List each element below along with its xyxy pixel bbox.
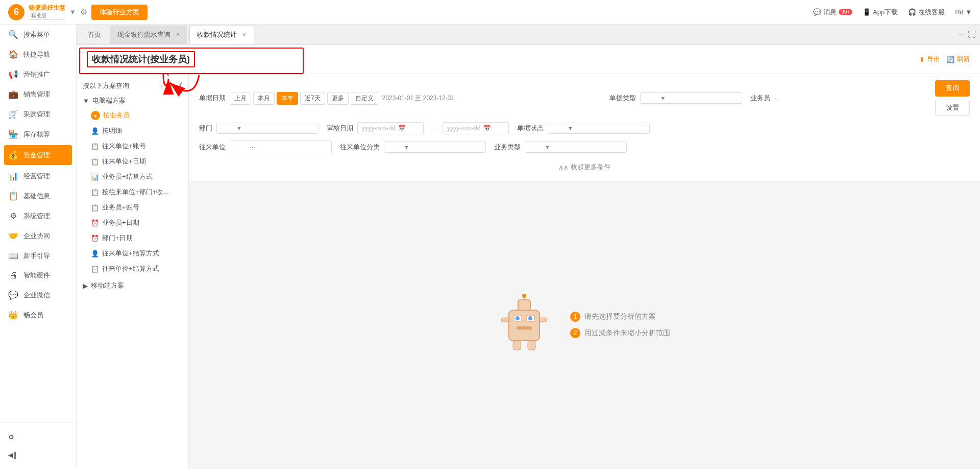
empty-tips: 1 请先选择要分析的方案 2 用过滤条件来缩小分析范围 bbox=[570, 312, 670, 338]
query-btn[interactable]: 查询 bbox=[935, 80, 970, 97]
sidebar-item-marketing[interactable]: 📢 营销推广 bbox=[0, 64, 76, 84]
filter-item-counterparty-category: 往来单位分类 ▼ bbox=[340, 142, 486, 153]
scheme-item-salesperson-account[interactable]: 📋 业务员+账号 bbox=[77, 200, 188, 215]
tab-bank-flow[interactable]: 现金银行流水查询 ✕ bbox=[110, 26, 187, 44]
refresh-btn[interactable]: 🔄 刷新 bbox=[946, 55, 970, 64]
sidebar-settings-btn[interactable]: ⚙ bbox=[0, 428, 76, 446]
sidebar-label-wechat: 企业微信 bbox=[23, 291, 50, 300]
scheme-item-unit-account[interactable]: 📋 往来单位+账号 bbox=[77, 138, 188, 154]
dropdown-arrow-icon[interactable]: ▼ bbox=[69, 8, 76, 16]
scheme-item-salesperson-date[interactable]: ⏰ 业务员+日期 bbox=[77, 215, 188, 230]
app-icon: 📱 bbox=[863, 8, 871, 16]
sidebar-label-quick-nav: 快捷导航 bbox=[23, 50, 50, 59]
sidebar-item-search[interactable]: 🔍 搜索菜单 bbox=[0, 25, 76, 44]
purchase-icon: 🛒 bbox=[8, 109, 18, 119]
collapse-more-btn[interactable]: ∧∧ 收起更多条件 bbox=[199, 159, 970, 175]
sidebar-item-smart-hw[interactable]: 🖨 智能硬件 bbox=[0, 266, 76, 285]
sidebar-label-marketing: 营销推广 bbox=[23, 70, 50, 79]
system-icon: ⚙ bbox=[8, 211, 18, 221]
salesperson-label: 业务员 bbox=[750, 93, 770, 103]
online-service-btn[interactable]: 🎧 在线客服 bbox=[908, 8, 945, 17]
filter-item-counterparty: 往来单位 ··· bbox=[199, 140, 332, 153]
dept-select[interactable]: ▼ bbox=[216, 123, 318, 134]
sidebar-item-wechat[interactable]: 💬 企业微信 bbox=[0, 285, 76, 305]
sidebar-item-enterprise[interactable]: 🤝 企业协同 bbox=[0, 226, 76, 246]
settings-btn[interactable]: 设置 bbox=[935, 100, 970, 116]
top-right: 💬 消息 99+ 📱 App下载 🎧 在线客服 Rit ▼ bbox=[813, 8, 972, 17]
export-btn[interactable]: ⬆ 导出 bbox=[919, 55, 940, 64]
scheme-item-label-1: 按明细 bbox=[102, 126, 122, 135]
tab-minimize-icon[interactable]: ─ bbox=[958, 30, 964, 39]
filter-item-dept: 部门 ▼ bbox=[199, 123, 318, 134]
sidebar-item-member[interactable]: 👑 畅会员 bbox=[0, 305, 76, 325]
smart-hw-icon: 🖨 bbox=[8, 271, 18, 280]
scheme-panel: 按以下方案查询 + ⚙ 《 ▼ 电脑端方案 ● 按业务员 bbox=[77, 74, 189, 469]
filter-row-counterparty: 往来单位 ··· 往来单位分类 ▼ 业务类型 bbox=[199, 140, 970, 153]
sidebar-item-system[interactable]: ⚙ 系统管理 bbox=[0, 206, 76, 226]
filter-item-salesperson: 业务员 ··· bbox=[750, 93, 780, 103]
scheme-item-unit-date[interactable]: 📋 往来单位+日期 bbox=[77, 154, 188, 169]
audit-date-start[interactable]: yyyy-mm-dd 📅 bbox=[357, 122, 424, 134]
scheme-add-icon[interactable]: + bbox=[159, 81, 163, 90]
sidebar-item-sales[interactable]: 💼 销售管理 bbox=[0, 84, 76, 104]
tab-home[interactable]: 首页 bbox=[81, 26, 108, 44]
scheme-item-unit-dept[interactable]: 📋 按往来单位+部门+收... bbox=[77, 184, 188, 200]
svg-point-8 bbox=[522, 294, 526, 298]
sidebar-label-member: 畅会员 bbox=[23, 311, 43, 320]
counterparty-select[interactable]: ··· bbox=[230, 140, 332, 153]
sidebar-item-finance[interactable]: 💰 资金管理 bbox=[4, 145, 72, 165]
scheme-collapse-icon[interactable]: 《 bbox=[176, 81, 182, 90]
guide-icon: 📖 bbox=[8, 251, 18, 261]
tab-maximize-icon[interactable]: ⛶ bbox=[968, 30, 976, 39]
sidebar-item-quick-nav[interactable]: 🏠 快捷导航 bbox=[0, 44, 76, 64]
counterparty-category-select[interactable]: ▼ bbox=[384, 142, 486, 153]
date-btn-custom[interactable]: 自定义 bbox=[351, 92, 378, 105]
sidebar-item-operation[interactable]: 📊 经营管理 bbox=[0, 166, 76, 186]
sidebar-collapse-btn[interactable]: ◀‖ bbox=[0, 446, 76, 464]
scheme-settings-icon[interactable]: ⚙ bbox=[166, 81, 173, 90]
scheme-item-label-8: 部门+日期 bbox=[102, 233, 133, 243]
sidebar-item-guide[interactable]: 📖 新手引导 bbox=[0, 246, 76, 266]
scheme-item-dept-date[interactable]: ⏰ 部门+日期 bbox=[77, 230, 188, 246]
trial-btn[interactable]: 体验行业方案 bbox=[91, 5, 148, 20]
user-name[interactable]: Rit ▼ bbox=[955, 8, 972, 16]
category-select[interactable]: ▼ bbox=[640, 92, 742, 104]
scheme-item-by-salesperson[interactable]: ● 按业务员 bbox=[77, 108, 188, 123]
receipt-status-dropdown-icon: ▼ bbox=[568, 125, 573, 131]
scheme-group-mobile-title[interactable]: ▶ 移动端方案 bbox=[77, 278, 188, 293]
counterparty-category-label: 往来单位分类 bbox=[340, 143, 380, 152]
tip-text-2: 用过滤条件来缩小分析范围 bbox=[584, 329, 670, 338]
sidebar-item-basic-info[interactable]: 📋 基础信息 bbox=[0, 186, 76, 206]
scheme-item-label-6: 业务员+账号 bbox=[102, 203, 139, 212]
unit-date-icon: 📋 bbox=[91, 158, 99, 166]
date-btn-this-year[interactable]: 本年 bbox=[277, 92, 298, 105]
tab-collection-stats-close[interactable]: ✕ bbox=[242, 32, 247, 38]
top-gear-icon[interactable]: ⚙ bbox=[80, 7, 87, 17]
tab-bank-flow-close[interactable]: ✕ bbox=[176, 31, 180, 38]
date-btn-last7[interactable]: 近7天 bbox=[300, 92, 325, 105]
svg-rect-12 bbox=[528, 341, 535, 350]
date-btn-last-month[interactable]: 上月 bbox=[230, 92, 251, 105]
sidebar-label-system: 系统管理 bbox=[23, 212, 50, 221]
sidebar-label-guide: 新手引导 bbox=[23, 251, 50, 261]
message-btn[interactable]: 💬 消息 99+ bbox=[813, 8, 852, 17]
counterparty-dots[interactable]: ··· bbox=[250, 143, 255, 151]
app-download-btn[interactable]: 📱 App下载 bbox=[863, 8, 898, 17]
scheme-group-pc-title[interactable]: ▼ 电脑端方案 bbox=[77, 93, 188, 108]
receipt-status-select[interactable]: ▼ bbox=[548, 123, 650, 134]
scheme-item-unit-settle2[interactable]: 📋 往来单位+结算方式 bbox=[77, 261, 188, 276]
tab-collection-stats[interactable]: 收款情况统计 ✕ bbox=[189, 26, 254, 44]
sidebar-item-purchase[interactable]: 🛒 采购管理 bbox=[0, 104, 76, 124]
sales-icon: 💼 bbox=[8, 89, 18, 99]
business-type-select[interactable]: ▼ bbox=[525, 142, 627, 153]
salesperson-dots[interactable]: ··· bbox=[774, 95, 780, 102]
date-btn-this-month[interactable]: 本月 bbox=[253, 92, 275, 105]
scheme-item-by-detail[interactable]: 👤 按明细 bbox=[77, 123, 188, 138]
scheme-item-salesperson-settle[interactable]: 📊 业务员+结算方式 bbox=[77, 169, 188, 184]
svg-rect-9 bbox=[501, 318, 509, 322]
scheme-item-unit-settle1[interactable]: 👤 往来单位+结算方式 bbox=[77, 246, 188, 261]
date-btn-more[interactable]: 更多 bbox=[327, 92, 349, 105]
logo-icon: 6 bbox=[8, 4, 24, 20]
sidebar-item-inventory[interactable]: 🏪 库存核算 bbox=[0, 124, 76, 144]
audit-date-end[interactable]: yyyy-mm-dd 📅 bbox=[443, 122, 509, 134]
